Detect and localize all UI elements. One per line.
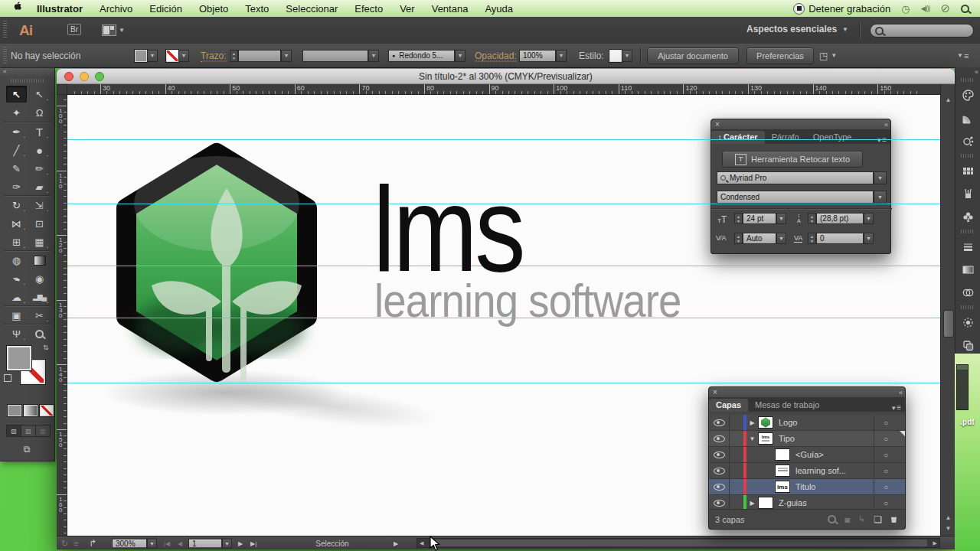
menu-edicion[interactable]: Edición xyxy=(141,3,191,15)
font-style-field[interactable]: Condensed xyxy=(717,191,874,204)
menu-ver[interactable]: Ver xyxy=(391,3,423,15)
zoom-level-field[interactable]: 300% xyxy=(112,538,147,548)
fill-swatch[interactable] xyxy=(134,49,148,63)
color-mode-button[interactable] xyxy=(7,404,22,417)
search-input[interactable] xyxy=(870,24,974,37)
workspace-switcher[interactable]: Aspectos esenciales ▼ xyxy=(746,24,848,34)
symbol-sprayer-tool[interactable]: ☁▪ xyxy=(6,289,27,305)
panel-menu-icon[interactable]: ▼≡ xyxy=(890,403,905,412)
width-profile-field[interactable] xyxy=(302,50,368,62)
layer-thumbnail[interactable] xyxy=(775,448,790,461)
opacity-field[interactable]: 100% xyxy=(519,50,556,62)
first-artboard-button[interactable]: |◀ xyxy=(164,540,170,546)
isolate-selection-button[interactable]: ◳ ▼ xyxy=(819,51,837,61)
appearance-panel-icon[interactable] xyxy=(956,311,980,334)
swatches-panel-icon[interactable] xyxy=(956,159,980,182)
leading-stepper[interactable]: ▲▼ xyxy=(808,213,816,224)
fill-dropdown-button[interactable]: ▼ xyxy=(147,50,158,62)
visibility-toggle[interactable] xyxy=(709,495,730,510)
swap-fill-stroke-icon[interactable]: ⇄ xyxy=(42,344,50,350)
stroke-panel-icon[interactable] xyxy=(956,235,980,258)
font-size-stepper[interactable]: ▲▼ xyxy=(734,213,743,224)
tracking-field[interactable]: 0 xyxy=(816,233,864,244)
dock-collapse-button[interactable]: « xyxy=(956,67,980,77)
mesh-tool[interactable]: ◍ xyxy=(6,252,27,269)
collapse-expand-icon[interactable]: ▼ xyxy=(746,435,758,442)
last-artboard-button[interactable]: ▶| xyxy=(250,540,256,546)
style-dropdown[interactable]: ▼ xyxy=(622,50,632,62)
column-graph-tool[interactable]: ▂▆▄▪ xyxy=(29,289,50,305)
layer-row-tipo[interactable]: ▼ lms Tipo ○ xyxy=(709,431,905,447)
opacity-dropdown[interactable]: ▼ xyxy=(556,50,567,62)
layer-thumbnail[interactable] xyxy=(758,416,773,429)
slice-tool[interactable]: ✂▪ xyxy=(29,307,50,324)
visibility-toggle[interactable] xyxy=(709,431,730,446)
controlbar-menu-button[interactable]: ▼ ≡ xyxy=(957,51,969,60)
character-panel-titlebar[interactable]: × « xyxy=(711,119,890,129)
close-window-button[interactable] xyxy=(64,72,74,81)
zoom-dropdown[interactable]: ▼ xyxy=(147,538,157,548)
vertical-scroll-thumb[interactable] xyxy=(943,310,954,337)
artwork-title-text[interactable]: lms xyxy=(373,168,523,289)
lasso-tool[interactable]: Ω xyxy=(29,104,50,121)
tracking-stepper[interactable]: ▲▼ xyxy=(808,233,816,244)
stroke-dropdown-button[interactable]: ▼ xyxy=(178,50,189,62)
color-panel-icon[interactable] xyxy=(956,83,980,106)
layer-thumbnail[interactable]: lms xyxy=(775,481,790,493)
scroll-up-icon[interactable]: ▲ xyxy=(941,96,956,103)
menu-archivo[interactable]: Archivo xyxy=(91,3,141,15)
menu-ayuda[interactable]: Ayuda xyxy=(476,3,521,15)
share-icon[interactable]: ↱ xyxy=(89,538,96,549)
expand-icon[interactable]: ▶ xyxy=(746,419,758,426)
font-family-dropdown[interactable]: ▼ xyxy=(874,171,887,184)
default-fill-stroke-icon[interactable] xyxy=(4,374,11,382)
target-icon[interactable]: ○ xyxy=(884,419,888,427)
scale-tool[interactable]: ⇲▪ xyxy=(29,197,50,214)
selection-tool[interactable]: ↖ xyxy=(6,86,27,103)
collapse-icon[interactable]: « xyxy=(899,389,901,396)
eyedropper-tool[interactable]: ✒▪ xyxy=(6,270,27,287)
pencil-tool[interactable]: ✏▪ xyxy=(29,160,50,177)
kerning-dropdown[interactable]: ▼ xyxy=(776,233,786,244)
perspective-grid-tool[interactable]: ▦▪ xyxy=(29,233,50,250)
layer-name[interactable]: Z-guias xyxy=(779,498,807,507)
toolbar-header[interactable]: « xyxy=(0,68,54,77)
shape-tool[interactable]: ●▪ xyxy=(29,142,50,158)
artboard-number-field[interactable]: 1 xyxy=(188,538,222,548)
lms-logo-graphic[interactable] xyxy=(114,141,319,383)
width-tool[interactable]: ⋈▪ xyxy=(6,215,27,232)
ruler-origin-corner[interactable] xyxy=(57,84,67,95)
leading-dropdown[interactable]: ▼ xyxy=(864,213,874,224)
layer-row-learning[interactable]: learning sof... ○ xyxy=(709,463,905,479)
brushes-panel-icon[interactable] xyxy=(956,182,980,205)
fit-document-button[interactable]: Ajustar documento xyxy=(647,47,739,64)
layer-name[interactable]: learning sof... xyxy=(795,466,846,475)
visibility-toggle[interactable] xyxy=(709,463,730,478)
close-icon[interactable]: × xyxy=(715,121,720,129)
expand-icon[interactable]: ▶ xyxy=(746,500,758,507)
horizontal-scroll-thumb[interactable] xyxy=(430,540,927,546)
gradient-mode-button[interactable] xyxy=(23,404,38,417)
clipping-mask-icon[interactable]: ◙ xyxy=(844,515,850,524)
font-size-dropdown[interactable]: ▼ xyxy=(776,213,786,224)
brush-dropdown[interactable]: ▼ xyxy=(455,50,466,62)
scroll-left-icon[interactable]: ◀ xyxy=(420,540,423,546)
horizontal-scrollbar[interactable]: ◀ ▶ xyxy=(416,538,940,548)
screen-mode-button[interactable]: ⧉ xyxy=(17,442,37,455)
arrange-documents-button[interactable]: ▼ xyxy=(102,24,125,36)
stroke-panel-link[interactable]: Trazo: xyxy=(201,50,227,61)
layer-thumbnail[interactable] xyxy=(775,465,790,477)
artboard-dropdown[interactable]: ▼ xyxy=(222,538,232,548)
free-transform-tool[interactable]: ⊡ xyxy=(29,215,50,232)
zoom-tool[interactable] xyxy=(29,325,50,342)
gradient-tool[interactable] xyxy=(29,252,50,269)
stop-recording-button[interactable]: Detener grabación xyxy=(793,3,890,15)
tab-parrafo[interactable]: Párrafo xyxy=(765,131,806,144)
blob-brush-tool[interactable]: ✑ xyxy=(6,178,27,195)
pdf-file-icon[interactable] xyxy=(956,364,969,410)
font-family-field[interactable]: Myriad Pro xyxy=(717,171,874,184)
apple-menu[interactable] xyxy=(0,2,28,16)
leading-field[interactable]: (28,8 pt) xyxy=(816,213,864,224)
color-guide-panel-icon[interactable] xyxy=(956,106,980,129)
current-tool-status[interactable]: Selección xyxy=(286,539,378,547)
